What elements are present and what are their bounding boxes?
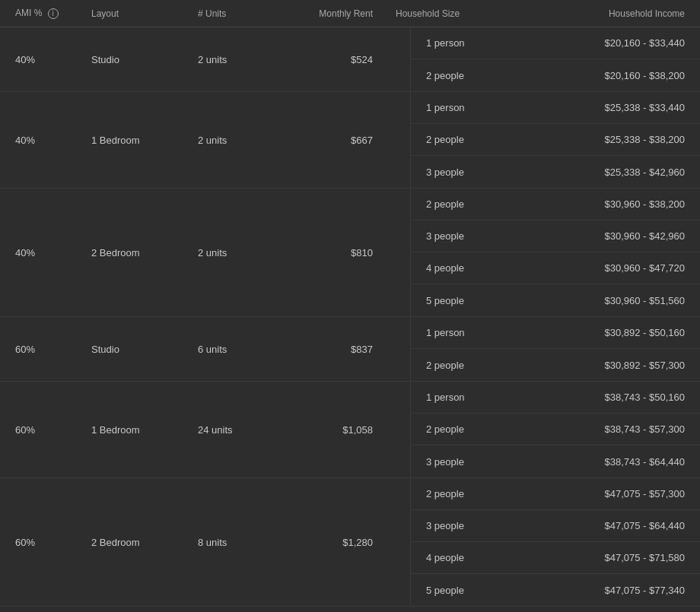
cell-hh-size: 2 people <box>411 198 563 210</box>
cell-rent: $837 <box>289 344 380 355</box>
table-header: AMI % i Layout # Units Monthly Rent Hous… <box>0 0 700 27</box>
cell-units: 2 units <box>198 135 289 146</box>
cell-units: 8 units <box>198 537 289 548</box>
cell-hh-income: $30,892 - $50,160 <box>563 327 700 338</box>
cell-hh-income: $25,338 - $33,440 <box>563 102 700 113</box>
cell-hh-income: $47,075 - $71,580 <box>563 552 700 563</box>
cell-ami: 40% <box>0 135 91 146</box>
cell-hh-income: $47,075 - $64,440 <box>563 520 700 531</box>
cell-hh-income: $20,160 - $33,440 <box>563 37 700 49</box>
hh-row: 1 person $30,892 - $50,160 <box>411 317 700 349</box>
hh-row: 4 people $30,960 - $47,720 <box>411 252 700 284</box>
cell-hh-income: $30,960 - $38,200 <box>563 198 700 210</box>
cell-hh-size: 4 people <box>411 552 563 563</box>
cell-hh-size: 3 people <box>411 230 563 242</box>
cell-hh-size: 3 people <box>411 166 563 178</box>
hh-row: 2 people $25,338 - $38,200 <box>411 124 700 156</box>
table-row: 40% 2 Bedroom 2 units $810 2 people $30,… <box>0 189 700 317</box>
hh-row: 3 people $25,338 - $42,960 <box>411 156 700 188</box>
cell-rent: $810 <box>289 247 380 258</box>
hh-row: 3 people $38,743 - $64,440 <box>411 446 700 477</box>
cell-ami: 60% <box>0 344 91 355</box>
header-hh-income: Household Income <box>533 8 700 19</box>
cell-hh-income: $25,338 - $38,200 <box>563 134 700 145</box>
header-units: # Units <box>198 8 289 19</box>
table-row: 60% 2 Bedroom 8 units $1,280 2 people $4… <box>0 478 700 607</box>
cell-layout: 2 Bedroom <box>91 247 198 258</box>
hh-row: 5 people $47,075 - $77,340 <box>411 574 700 606</box>
cell-layout: 1 Bedroom <box>91 424 198 436</box>
hh-row: 2 people $30,892 - $57,300 <box>411 349 700 381</box>
table-row: 40% Studio 2 units $524 1 person $20,160… <box>0 27 700 92</box>
cell-hh-size: 3 people <box>411 520 563 531</box>
ami-label: AMI % <box>15 8 42 18</box>
cell-hh-size: 1 person <box>411 327 563 338</box>
cell-units: 2 units <box>198 54 289 65</box>
table-row: 60% 1 Bedroom 24 units $1,058 1 person $… <box>0 382 700 478</box>
cell-hh-income: $38,743 - $64,440 <box>563 456 700 468</box>
cell-hh-income: $38,743 - $50,160 <box>563 392 700 403</box>
cell-layout: Studio <box>91 344 198 355</box>
cell-hh-size: 5 people <box>411 295 563 306</box>
hh-row: 2 people $20,160 - $38,200 <box>411 59 700 91</box>
cell-hh-size: 1 person <box>411 102 563 113</box>
cell-hh-income: $47,075 - $77,340 <box>563 585 700 596</box>
header-ami: AMI % i <box>0 8 91 19</box>
table-row: 60% Studio 6 units $837 1 person $30,892… <box>0 317 700 382</box>
cell-hh-income: $47,075 - $57,300 <box>563 488 700 499</box>
cell-hh-size: 5 people <box>411 585 563 596</box>
cell-ami: 60% <box>0 537 91 548</box>
hh-row: 3 people $30,960 - $42,960 <box>411 220 700 252</box>
cell-hh-size: 4 people <box>411 262 563 274</box>
hh-row: 3 people $47,075 - $64,440 <box>411 510 700 542</box>
cell-hh-size: 2 people <box>411 134 563 145</box>
header-hh-size: Household Size <box>380 8 533 19</box>
hh-row: 5 people $30,960 - $51,560 <box>411 284 700 316</box>
cell-units: 6 units <box>198 344 289 355</box>
cell-layout: Studio <box>91 54 198 65</box>
table-row: 40% 1 Bedroom 2 units $667 1 person $25,… <box>0 92 700 189</box>
table-body: 40% Studio 2 units $524 1 person $20,160… <box>0 27 700 607</box>
cell-ami: 60% <box>0 424 91 436</box>
hh-row: 2 people $38,743 - $57,300 <box>411 414 700 446</box>
cell-layout: 1 Bedroom <box>91 135 198 146</box>
cell-layout: 2 Bedroom <box>91 537 198 548</box>
cell-rent: $667 <box>289 135 380 146</box>
cell-hh-income: $30,892 - $57,300 <box>563 360 700 371</box>
cell-hh-income: $30,960 - $51,560 <box>563 295 700 306</box>
cell-rent: $1,058 <box>289 424 380 436</box>
cell-hh-size: 2 people <box>411 360 563 371</box>
cell-hh-income: $38,743 - $57,300 <box>563 423 700 435</box>
cell-units: 24 units <box>198 424 289 436</box>
header-layout: Layout <box>91 8 198 19</box>
cell-hh-income: $25,338 - $42,960 <box>563 166 700 178</box>
cell-rent: $524 <box>289 54 380 65</box>
cell-hh-income: $30,960 - $42,960 <box>563 230 700 242</box>
hh-row: 4 people $47,075 - $71,580 <box>411 542 700 574</box>
ami-table: AMI % i Layout # Units Monthly Rent Hous… <box>0 0 700 607</box>
cell-units: 2 units <box>198 247 289 258</box>
cell-hh-size: 1 person <box>411 392 563 403</box>
hh-row: 1 person $38,743 - $50,160 <box>411 382 700 414</box>
hh-row: 1 person $20,160 - $33,440 <box>411 27 700 59</box>
cell-ami: 40% <box>0 247 91 258</box>
header-rent: Monthly Rent <box>289 8 380 19</box>
cell-hh-income: $20,160 - $38,200 <box>563 70 700 81</box>
cell-hh-size: 2 people <box>411 488 563 499</box>
hh-row: 1 person $25,338 - $33,440 <box>411 92 700 124</box>
info-icon[interactable]: i <box>48 8 59 19</box>
cell-hh-size: 2 people <box>411 70 563 81</box>
hh-row: 2 people $47,075 - $57,300 <box>411 478 700 510</box>
cell-hh-size: 1 person <box>411 37 563 49</box>
cell-hh-size: 3 people <box>411 456 563 468</box>
cell-ami: 40% <box>0 54 91 65</box>
cell-rent: $1,280 <box>289 537 380 548</box>
hh-row: 2 people $30,960 - $38,200 <box>411 189 700 220</box>
cell-hh-income: $30,960 - $47,720 <box>563 262 700 274</box>
cell-hh-size: 2 people <box>411 423 563 435</box>
